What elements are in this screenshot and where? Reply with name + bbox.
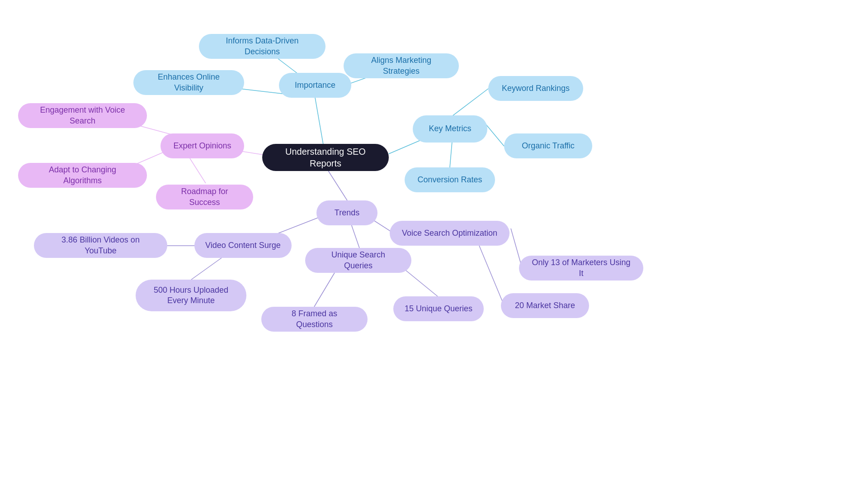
- unique15-node: 15 Unique Queries: [393, 296, 484, 321]
- enhances-node: Enhances Online Visibility: [133, 70, 244, 95]
- svg-line-18: [479, 246, 504, 305]
- svg-line-15: [191, 258, 222, 280]
- voice-search-node: Voice Search Optimization: [390, 221, 509, 246]
- svg-line-20: [314, 273, 335, 307]
- svg-line-11: [450, 142, 452, 167]
- hours-uploaded-node: 500 Hours Uploaded Every Minute: [136, 280, 246, 311]
- svg-line-7: [190, 158, 206, 183]
- conversion-rates-node: Conversion Rates: [405, 167, 495, 192]
- unique-queries-node: Unique Search Queries: [305, 248, 411, 273]
- svg-line-10: [486, 124, 504, 146]
- engagement-node: Engagement with Voice Search: [18, 103, 147, 128]
- keyword-rankings-node: Keyword Rankings: [488, 76, 583, 101]
- svg-line-12: [326, 167, 347, 200]
- billion-videos-node: 3.86 Billion Videos on YouTube: [34, 233, 167, 258]
- trends-node: Trends: [316, 200, 377, 225]
- informs-node: Informs Data-Driven Decisions: [199, 34, 326, 59]
- svg-line-9: [449, 89, 488, 119]
- importance-node: Importance: [279, 73, 351, 98]
- aligns-node: Aligns Marketing Strategies: [344, 53, 459, 78]
- expert-opinions-node: Expert Opinions: [160, 133, 244, 158]
- market20-node: 20 Market Share: [501, 293, 589, 318]
- framed-questions-node: 8 Framed as Questions: [261, 307, 368, 332]
- roadmap-node: Roadmap for Success: [156, 185, 253, 209]
- center-node: Understanding SEO Reports: [262, 144, 389, 171]
- only13-node: Only 13 of Marketers Using It: [519, 256, 643, 281]
- key-metrics-node: Key Metrics: [413, 115, 487, 143]
- adapt-node: Adapt to Changing Algorithms: [18, 163, 147, 188]
- video-content-node: Video Content Surge: [194, 233, 292, 258]
- organic-traffic-node: Organic Traffic: [504, 133, 592, 158]
